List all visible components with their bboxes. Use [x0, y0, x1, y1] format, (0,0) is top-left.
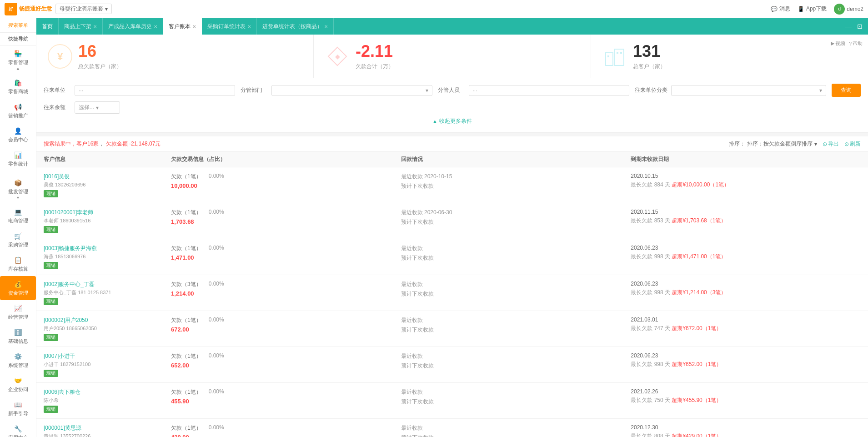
- video-btn[interactable]: ▶ 视频: [831, 40, 845, 47]
- table-row: [0007]小进干 小进干 18279152100 现销 欠款（1笔） 652.…: [36, 347, 868, 383]
- debt-amount-1[interactable]: 10,000.00: [171, 182, 201, 189]
- debt-amount-8[interactable]: 429.00: [171, 434, 201, 437]
- sidebar-item-app-center[interactable]: 🔧 应用中心: [0, 421, 36, 437]
- sidebar-search-section[interactable]: 搜索菜单: [0, 18, 36, 33]
- tab-customer-account-label: 客户账本: [169, 23, 191, 30]
- message-button[interactable]: 💬 消息: [771, 5, 790, 13]
- export-button[interactable]: ⊙ 导出: [823, 140, 839, 148]
- sidebar-item-member-center[interactable]: 👤 会员中心: [0, 123, 36, 147]
- tab-purchase-goods[interactable]: 进货单统计表（按商品） ✕: [257, 18, 334, 35]
- sidebar-item-ecommerce[interactable]: 💻 电商管理: [0, 204, 36, 228]
- debt-amount-4[interactable]: 1,214.00: [171, 290, 201, 297]
- collection-next-8: 预计下次收款: [401, 434, 631, 437]
- results-info: 搜索结果中，客户16家， 欠款金额 -21,148.07元: [44, 140, 161, 148]
- overdue-amount-1[interactable]: 超期¥10,000.00（1笔）: [672, 181, 729, 188]
- sidebar-label-business-mgmt: 经营管理: [8, 314, 28, 321]
- tab-production-history[interactable]: 产成品入库单历史 ✕: [103, 18, 163, 35]
- debt-info-2: 欠款（1笔） 1,703.68: [171, 209, 201, 225]
- export-label: 导出: [828, 140, 839, 148]
- customer-name-5[interactable]: [000002]用户2050: [44, 316, 171, 324]
- person-input[interactable]: ···: [469, 85, 629, 96]
- customer-name-7[interactable]: [0006]去下粮仓: [44, 388, 171, 396]
- tab-purchase-summary-close[interactable]: ✕: [247, 24, 251, 29]
- customer-name-4[interactable]: [0002]服务中心_丁磊: [44, 281, 171, 288]
- debt-amount-5[interactable]: 672.00: [171, 326, 201, 333]
- customer-name-2[interactable]: [0001020001]李老师: [44, 209, 171, 216]
- overdue-amount-5[interactable]: 超期¥672.00（1笔）: [672, 325, 722, 332]
- sidebar-item-basic-info[interactable]: ℹ️ 基础信息: [0, 324, 36, 348]
- stat-info-3: 131 总客户（家）: [633, 42, 666, 70]
- debt-amount-7[interactable]: 455.90: [171, 398, 201, 405]
- tab-maximize-btn[interactable]: ⊡: [855, 22, 864, 31]
- sidebar-item-enterprise-collab[interactable]: 🤝 企业协同: [0, 372, 36, 397]
- overdue-amount-3[interactable]: 超期¥1,471.00（1笔）: [672, 253, 726, 260]
- overdue-days-8: 最长欠款 808 天 超期¥429.00（1笔）: [631, 432, 861, 437]
- tab-home-label: 首页: [42, 23, 53, 30]
- content-area: 首页 商品上下架 ✕ 产成品入库单历史 ✕ 客户账本 ✕ 采购订单统计表 ✕ 进…: [36, 18, 868, 437]
- debt-amount-3[interactable]: 1,471.00: [171, 254, 201, 261]
- overdue-amount-4[interactable]: 超期¥1,214.00（3笔）: [672, 289, 726, 296]
- tab-purchase-goods-label: 进货单统计表（按商品）: [262, 23, 322, 30]
- tab-production-history-close[interactable]: ✕: [154, 24, 157, 29]
- tab-production-history-label: 产成品入库单历史: [108, 23, 152, 30]
- sidebar-item-finance[interactable]: 💰 资金管理: [0, 276, 36, 300]
- debt-info-3: 欠款（1笔） 1,471.00: [171, 245, 201, 261]
- overdue-amount-2[interactable]: 超期¥1,703.68（1笔）: [672, 217, 726, 224]
- sort-select[interactable]: 排序： 排序：按欠款金额倒序排序 ▾: [729, 140, 817, 148]
- tab-purchase-goods-close[interactable]: ✕: [324, 24, 328, 29]
- overdue-days-text-6: 最长欠款 998 天: [631, 361, 670, 367]
- sidebar-label-purchase-mgmt: 采购管理: [8, 241, 28, 248]
- tab-customer-account-close[interactable]: ✕: [192, 24, 196, 29]
- sidebar-item-business-mgmt[interactable]: 📈 经营管理: [0, 300, 36, 324]
- customer-name-1[interactable]: [0016]吴俊: [44, 173, 171, 181]
- stat-icon-yuan: ¥: [47, 44, 73, 69]
- customer-name-8[interactable]: [000001]黄思源: [44, 424, 171, 432]
- collapse-button[interactable]: ▲ 收起更多条件: [431, 116, 474, 127]
- overdue-amount-8[interactable]: 超期¥429.00（1笔）: [672, 433, 722, 437]
- filter-collapse-row: ▲ 收起更多条件: [44, 116, 861, 127]
- sidebar-item-purchase-mgmt[interactable]: 🛒 采购管理: [0, 228, 36, 252]
- tab-bar: 首页 商品上下架 ✕ 产成品入库单历史 ✕ 客户账本 ✕ 采购订单统计表 ✕ 进…: [36, 18, 868, 35]
- collection-next-1: 预计下次收款: [401, 182, 631, 190]
- balance-select-placeholder: 选择...: [79, 104, 94, 111]
- sidebar-item-retail-mgmt[interactable]: 🏪 零售管理 ▲: [0, 45, 36, 75]
- sidebar-item-retail-mall[interactable]: 🛍️ 零售商城: [0, 75, 36, 99]
- store-selector[interactable]: 母婴行业演示账套 ▾: [55, 4, 112, 14]
- tab-customer-account[interactable]: 客户账本 ✕: [163, 18, 202, 35]
- app-download-button[interactable]: 📱 App下载: [798, 5, 827, 13]
- sidebar-item-retail-stats[interactable]: 📊 零售统计: [0, 147, 36, 171]
- debt-amount-2[interactable]: 1,703.68: [171, 218, 201, 225]
- dept-select[interactable]: ▾: [271, 85, 432, 96]
- customer-name-3[interactable]: [0003]畅捷服务尹海燕: [44, 245, 171, 252]
- tab-home[interactable]: 首页: [36, 18, 59, 35]
- query-button[interactable]: 查询: [832, 84, 861, 97]
- sidebar-label-new-guide: 新手引导: [8, 410, 28, 417]
- overdue-date-1: 2020.10.15: [631, 173, 861, 179]
- user-profile[interactable]: d demo2: [834, 4, 863, 15]
- sidebar-item-marketing[interactable]: 📢 营销推广: [0, 99, 36, 123]
- customer-tag-3: 现销: [44, 262, 58, 269]
- overdue-cell-8: 2020.12.30 最长欠款 808 天 超期¥429.00（1笔）: [631, 424, 861, 437]
- refresh-button[interactable]: ⊙ 刷新: [844, 140, 861, 148]
- collection-next-6: 预计下次收款: [401, 362, 631, 370]
- debt-amount-6[interactable]: 652.00: [171, 362, 201, 369]
- tab-product-shelf-close[interactable]: ✕: [93, 24, 97, 29]
- overdue-amount-7[interactable]: 超期¥455.90（1笔）: [672, 397, 722, 403]
- sidebar-item-system[interactable]: ⚙️ 系统管理: [0, 348, 36, 372]
- balance-select[interactable]: 选择... ▾: [75, 101, 120, 114]
- tab-product-shelf[interactable]: 商品上下架 ✕: [59, 18, 103, 35]
- ecommerce-icon: 💻: [14, 207, 23, 216]
- from-unit-input[interactable]: ···: [75, 85, 235, 96]
- unit-class-select[interactable]: ▾: [671, 85, 826, 96]
- overdue-days-3: 最长欠款 998 天 超期¥1,471.00（1笔）: [631, 253, 861, 261]
- help-btn[interactable]: ? 帮助: [849, 40, 863, 47]
- tab-purchase-summary[interactable]: 采购订单统计表 ✕: [202, 18, 257, 35]
- filter-from-unit: 往来单位 ···: [44, 85, 235, 96]
- sidebar-item-new-guide[interactable]: 📖 新手引导: [0, 397, 36, 421]
- sidebar-item-wholesale-mgmt[interactable]: 📦 批发管理 ▾: [0, 175, 36, 204]
- tab-minimize-btn[interactable]: —: [843, 22, 853, 31]
- top-bar: 好 畅捷通好生意 母婴行业演示账套 ▾ 💬 消息 📱 App下载 d demo2: [0, 0, 868, 18]
- customer-name-6[interactable]: [0007]小进干: [44, 352, 171, 360]
- sidebar-item-inventory[interactable]: 📋 库存核算: [0, 252, 36, 276]
- overdue-amount-6[interactable]: 超期¥652.00（1笔）: [672, 361, 722, 367]
